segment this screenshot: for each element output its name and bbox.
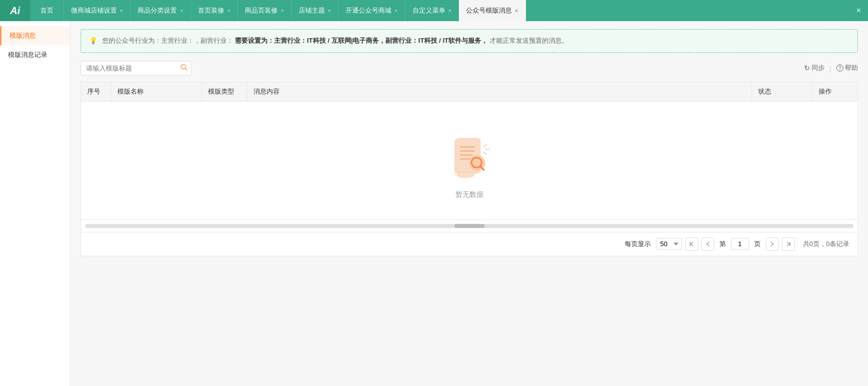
nav-item-home[interactable]: 首页 — [30, 0, 64, 21]
nav-item-category-settings[interactable]: 商品分类设置 × — [130, 0, 190, 21]
divider: | — [830, 64, 831, 72]
nav-label-template-msg: 公众号模版消息 — [466, 6, 512, 15]
help-button[interactable]: ? 帮助 — [836, 63, 858, 72]
content-area: 💡 您的公众号行业为：主营行业：，副营行业： 需要设置为：主营行业：IT科技 /… — [71, 21, 868, 386]
col-header-content: 消息内容 — [247, 82, 752, 101]
empty-illustration — [444, 132, 495, 182]
sidebar-label-template-msg-record: 模版消息记录 — [8, 51, 47, 58]
empty-text: 暂无数据 — [81, 190, 857, 199]
close-icon[interactable]: × — [515, 8, 518, 14]
global-close-button[interactable]: × — [849, 6, 868, 15]
col-header-seq: 序号 — [81, 82, 111, 101]
close-icon[interactable]: × — [281, 8, 284, 14]
nav-label-shop-settings: 微商城店铺设置 — [71, 6, 117, 15]
table-empty-row: 暂无数据 — [81, 101, 858, 219]
col-header-name: 模版名称 — [111, 82, 202, 101]
toolbar-right: ↻ 同步 | ? 帮助 — [804, 63, 858, 72]
page-unit: 页 — [754, 240, 761, 249]
table-header-row: 序号 模版名称 模版类型 消息内容 状态 操作 — [81, 82, 858, 101]
page-size-select[interactable]: 50 10 20 100 — [656, 238, 682, 250]
svg-line-10 — [484, 144, 487, 147]
nav-item-homepage-decor[interactable]: 首页装修 × — [191, 0, 238, 21]
first-page-button[interactable] — [685, 238, 698, 251]
search-input[interactable] — [81, 61, 191, 75]
close-icon[interactable]: × — [448, 8, 451, 14]
nav-label-open-mall: 开通公众号商城 — [346, 6, 391, 15]
main-layout: 模版消息 模版消息记录 💡 您的公众号行业为：主营行业：，副营行业： 需要设置为… — [0, 21, 868, 386]
nav-label-product-decor: 商品页装修 — [245, 6, 278, 15]
total-info: 共0页，0条记录 — [803, 240, 849, 249]
search-icon[interactable] — [180, 64, 187, 72]
nav-item-product-decor[interactable]: 商品页装修 × — [238, 0, 291, 21]
notice-banner: 💡 您的公众号行业为：主营行业：，副营行业： 需要设置为：主营行业：IT科技 /… — [81, 29, 858, 53]
notice-prefix: 您的公众号行业为：主营行业：，副营行业： — [102, 37, 233, 44]
nav-item-custom-menu[interactable]: 自定义菜单 × — [406, 0, 459, 21]
notice-suffix: 才能正常发送预置的消息。 — [490, 37, 568, 44]
svg-line-11 — [486, 149, 490, 149]
page-label: 第 — [719, 240, 726, 249]
pagination: 每页显示 50 10 20 100 第 页 共0页，0条记录 — [81, 233, 858, 256]
next-page-button[interactable] — [766, 238, 779, 251]
nav-item-shop-settings[interactable]: 微商城店铺设置 × — [64, 0, 130, 21]
search-input-wrap — [81, 61, 191, 75]
nav-item-open-mall[interactable]: 开通公众号商城 × — [339, 0, 405, 21]
help-label: 帮助 — [845, 63, 858, 72]
nav-label-home: 首页 — [40, 6, 53, 15]
sidebar-item-template-msg-record[interactable]: 模版消息记录 — [0, 45, 70, 64]
close-icon[interactable]: × — [227, 8, 230, 14]
notice-icon: 💡 — [89, 37, 97, 44]
sync-label: 同步 — [812, 63, 825, 72]
nav-item-shop-theme[interactable]: 店铺主题 × — [292, 0, 339, 21]
top-nav: Ai 首页 微商城店铺设置 × 商品分类设置 × 首页装修 × 商品页装修 × … — [0, 0, 868, 21]
sync-button[interactable]: ↻ 同步 — [804, 63, 825, 72]
col-header-status: 状态 — [752, 82, 813, 101]
close-icon[interactable]: × — [394, 8, 397, 14]
search-bar: ↻ 同步 | ? 帮助 — [81, 61, 858, 75]
nav-item-template-msg[interactable]: 公众号模版消息 × — [459, 0, 525, 21]
page-size-label: 每页显示 — [625, 240, 651, 249]
empty-state: 暂无数据 — [81, 102, 857, 219]
close-icon[interactable]: × — [328, 8, 331, 14]
last-page-button[interactable] — [782, 238, 795, 251]
nav-label-homepage-decor: 首页装修 — [198, 6, 224, 15]
col-header-action: 操作 — [813, 82, 858, 101]
nav-label-category-settings: 商品分类设置 — [138, 6, 177, 15]
nav-label-custom-menu: 自定义菜单 — [413, 6, 445, 15]
svg-line-12 — [484, 152, 487, 155]
close-icon[interactable]: × — [180, 8, 183, 14]
horizontal-scrollbar[interactable] — [85, 224, 853, 228]
data-table: 序号 模版名称 模版类型 消息内容 状态 操作 — [81, 82, 858, 220]
page-number-input[interactable] — [731, 238, 749, 250]
sidebar: 模版消息 模版消息记录 — [0, 21, 71, 386]
notice-highlight: 需要设置为：主营行业：IT科技 / 互联网|电子商务，副营行业：IT科技 / I… — [235, 37, 488, 44]
sidebar-label-template-msg: 模版消息 — [10, 32, 36, 39]
close-icon[interactable]: × — [120, 8, 123, 14]
nav-label-shop-theme: 店铺主题 — [299, 6, 325, 15]
sync-icon: ↻ — [804, 64, 810, 72]
brand-logo: Ai — [0, 0, 30, 21]
col-header-type: 模版类型 — [202, 82, 247, 101]
sidebar-item-template-msg[interactable]: 模版消息 — [0, 26, 70, 45]
svg-line-1 — [185, 68, 187, 70]
prev-page-button[interactable] — [701, 238, 714, 251]
help-icon: ? — [836, 64, 843, 71]
